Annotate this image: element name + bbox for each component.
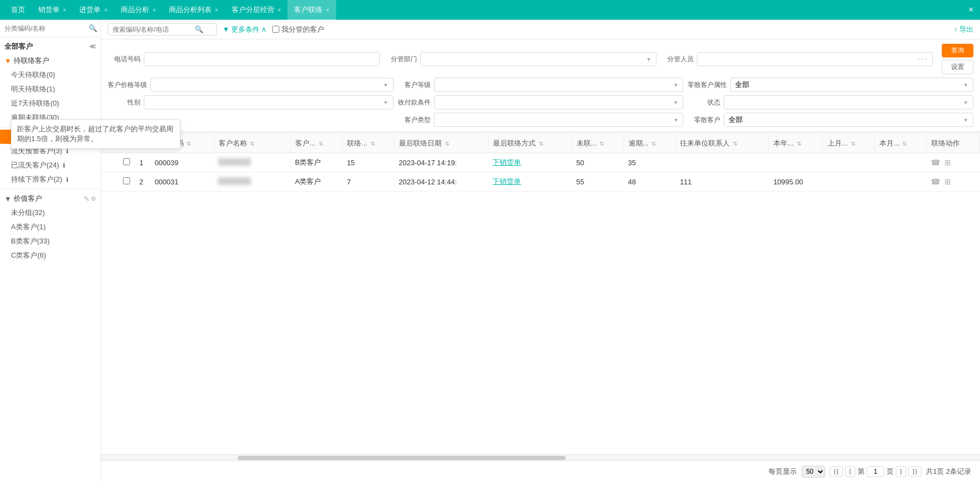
nav-close-product-analysis[interactable]: × — [152, 7, 156, 13]
nav-item-purchase[interactable]: 进货单 × — [73, 0, 114, 20]
my-customers-checkbox-row[interactable]: 我分管的客户 — [272, 25, 324, 34]
status-select[interactable]: ▼ — [724, 95, 973, 109]
sidebar-search-input[interactable] — [4, 25, 86, 32]
sidebar-search-row: 🔍 — [0, 20, 101, 37]
nav-label-purchase: 进货单 — [79, 5, 101, 15]
row1-action-icons: ☎ ⊞ — [931, 158, 975, 167]
nav-item-sales[interactable]: 销货单 × — [32, 0, 73, 20]
retail-attr-select[interactable]: 全部 ▼ — [730, 78, 973, 92]
th-contact[interactable]: 联络... ⇅ — [343, 134, 395, 153]
page-input[interactable] — [867, 466, 884, 477]
sidebar-item-class-a[interactable]: A类客户(1) — [0, 220, 101, 234]
settings-button[interactable]: 设置 — [942, 60, 973, 74]
phone-input[interactable] — [144, 52, 380, 66]
main-search-icon[interactable]: 🔍 — [195, 25, 203, 33]
sidebar-item-declining[interactable]: 持续下滑客户(2) ℹ — [0, 172, 101, 187]
page-label: 第 — [858, 467, 865, 477]
page-first-btn[interactable]: ⟨⟨ — [830, 466, 843, 477]
row1-lcm: 下销货单 — [488, 153, 572, 172]
person-select[interactable]: ··· — [697, 52, 933, 66]
scrollbar-thumb[interactable] — [238, 456, 566, 460]
th-this-year-label: 本年... — [773, 139, 794, 147]
row2-lcm-link[interactable]: 下销货单 — [492, 177, 521, 185]
nav-close-purchase[interactable]: × — [104, 7, 107, 13]
pending-arrow-icon: ▼ — [4, 57, 11, 65]
th-last-month[interactable]: 上月... ⇅ — [823, 134, 875, 153]
th-type[interactable]: 客户... ⇅ — [291, 134, 343, 153]
row1-phone-icon[interactable]: ☎ — [931, 158, 940, 167]
my-customers-checkbox[interactable] — [272, 26, 279, 33]
th-this-year[interactable]: 本年... ⇅ — [769, 134, 823, 153]
nav-item-customer-segment[interactable]: 客户分层经营 × — [225, 0, 287, 20]
nav-item-product-analysis-list[interactable]: 商品分析列表 × — [162, 0, 225, 20]
customer-level-arrow-icon: ▼ — [673, 82, 678, 88]
sidebar-pending-contact-section[interactable]: ▼ 待联络客户 — [0, 54, 101, 68]
table-area: ⚙ 客户编码 ⇅ 客户名称 ⇅ — [101, 134, 980, 454]
per-page-select[interactable]: 50 — [801, 466, 825, 478]
row2-this-year: 10995.00 — [769, 172, 823, 191]
query-button[interactable]: 查询 — [942, 44, 973, 57]
row1-checkbox[interactable] — [119, 153, 135, 172]
page-prev-btn[interactable]: ⟨ — [845, 466, 855, 477]
sidebar-item-already-lost[interactable]: 已流失客户(24) ℹ — [0, 158, 101, 172]
row2-last-month — [823, 172, 875, 191]
status-label: 状态 — [688, 98, 720, 107]
value-edit-icon[interactable]: ✎ — [84, 195, 90, 203]
tomorrow-label: 明天待联络(1) — [11, 85, 55, 93]
customer-type-select[interactable]: ▼ — [434, 113, 684, 127]
nav-item-product-analysis[interactable]: 商品分析 × — [114, 0, 162, 20]
sidebar-item-class-c[interactable]: C类客户(6) — [0, 248, 101, 263]
th-overdue[interactable]: 逾期... ⇅ — [624, 134, 676, 153]
nav-item-customer-contact[interactable]: 客户联络 × — [287, 0, 336, 20]
sidebar-body: 全部客户 ≪ ▼ 待联络客户 今天待联络(0) 明天待联络(1) 近7天待联络(… — [0, 37, 101, 482]
row2-phone-icon[interactable]: ☎ — [931, 177, 940, 186]
th-last-contact-date[interactable]: 最后联络日期 ⇅ — [395, 134, 489, 153]
window-close-button[interactable]: × — [969, 5, 973, 15]
nav-close-sales[interactable]: × — [63, 7, 66, 13]
row1-grid-icon[interactable]: ⊞ — [944, 158, 951, 167]
export-btn[interactable]: ↑ 导出 — [954, 25, 974, 34]
row2-checkbox[interactable] — [119, 172, 135, 191]
th-name[interactable]: 客户名称 ⇅ — [214, 134, 291, 153]
row1-overdue: 35 — [624, 153, 676, 172]
sidebar-search-icon[interactable]: 🔍 — [89, 24, 97, 32]
value-settings-icon[interactable]: ⚙ — [91, 195, 96, 202]
more-conditions-btn[interactable]: ▼ 更多条件 ∧ — [222, 25, 267, 34]
page-last-btn[interactable]: ⟩⟩ — [908, 466, 922, 477]
nav-close-customer-segment[interactable]: × — [278, 7, 281, 13]
sidebar-item-7days[interactable]: 近7天待联络(0) — [0, 96, 101, 111]
nav-label-customer-segment: 客户分层经营 — [232, 5, 274, 15]
page-next-btn[interactable]: ⟩ — [896, 466, 906, 477]
sidebar-collapse-icon[interactable]: ≪ — [89, 43, 96, 50]
class-c-label: C类客户(6) — [11, 251, 46, 259]
dept-select[interactable]: ▼ — [420, 52, 656, 66]
main-search-input[interactable] — [113, 26, 195, 33]
payment-select[interactable]: ▼ — [434, 95, 684, 109]
customer-level-select[interactable]: ▼ — [434, 78, 684, 92]
today-label: 今天待联络(0) — [11, 71, 55, 79]
nav-label-product-analysis-list: 商品分析列表 — [169, 5, 212, 15]
price-level-select[interactable]: ▼ — [150, 78, 394, 92]
nav-close-customer-contact[interactable]: × — [326, 7, 329, 13]
th-uncontacted[interactable]: 未联... ⇅ — [572, 134, 624, 153]
row1-this-year — [769, 153, 823, 172]
row2-code: 000031 — [150, 172, 214, 191]
sidebar-item-today[interactable]: 今天待联络(0) — [0, 68, 101, 82]
more-conditions-arrow: ∧ — [261, 25, 267, 33]
sidebar-item-ungrouped[interactable]: 未分组(32) — [0, 206, 101, 220]
nav-item-home[interactable]: 首页 — [4, 0, 32, 20]
row1-type: B类客户 — [291, 153, 343, 172]
gender-select[interactable]: ▼ — [144, 95, 394, 109]
nav-close-product-analysis-list[interactable]: × — [215, 7, 218, 13]
sidebar-item-tomorrow[interactable]: 明天待联络(1) — [0, 82, 101, 96]
sidebar-item-class-b[interactable]: B类客户(33) — [0, 234, 101, 248]
retail-customer-select[interactable]: 全部 ▼ — [724, 113, 973, 127]
horizontal-scrollbar[interactable] — [101, 454, 980, 461]
sidebar-value-customers-row[interactable]: ▼ 价值客户 ✎ ⚙ — [0, 191, 101, 206]
row1-lcm-link[interactable]: 下销货单 — [492, 158, 521, 166]
value-arrow-icon: ▼ — [4, 195, 11, 203]
row2-grid-icon[interactable]: ⊞ — [944, 177, 951, 186]
th-this-month[interactable]: 本月... ⇅ — [875, 134, 927, 153]
th-past-contacts[interactable]: 往来单位联系人 ⇅ — [676, 134, 769, 153]
th-last-contact-method[interactable]: 最后联络方式 ⇅ — [488, 134, 572, 153]
